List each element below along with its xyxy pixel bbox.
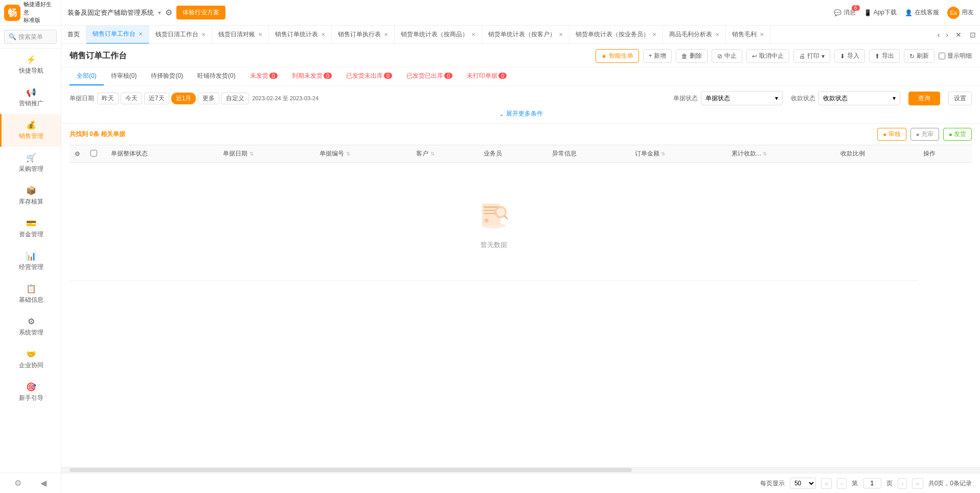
import-btn[interactable]: ⬇ 导入 [834, 49, 865, 63]
bottom-scroll[interactable] [61, 467, 980, 473]
tabs-expand-btn[interactable]: ⊡ [966, 29, 980, 41]
tab-cash-reconcile[interactable]: 钱货日清对账 ✕ [212, 26, 269, 44]
collected-sort-icon[interactable]: ⇅ [763, 151, 767, 156]
tab-close-sales-stat[interactable]: ✕ [321, 32, 325, 37]
sidebar-item-marketing[interactable]: 📢 营销推广 [0, 81, 61, 114]
sidebar-item-system[interactable]: ⚙ 系统管理 [0, 310, 61, 343]
expand-more-btn[interactable]: ⌄ 展开更多条件 [499, 109, 543, 118]
select-all-checkbox[interactable] [90, 150, 97, 156]
smart-gen-btn[interactable]: ★ 智能生单 [596, 49, 639, 63]
sidebar-item-basic[interactable]: 📋 基础信息 [0, 278, 61, 310]
cancel-review-btn[interactable]: ● 充审 [910, 128, 939, 141]
date-more-btn[interactable]: 更多 [198, 93, 219, 104]
tab-close-cash-reconcile[interactable]: ✕ [258, 32, 262, 37]
th-collected[interactable]: 累计收款... ⇅ [726, 145, 835, 163]
sub-tab-shipped-not-out[interactable]: 已发货未出库0 [339, 68, 399, 85]
search-menu-button[interactable]: 🔍 搜索菜单 [4, 30, 57, 44]
tab-sales-exec[interactable]: 销售订单执行表 ✕ [332, 26, 395, 44]
ship-btn[interactable]: ● 发货 [943, 128, 972, 141]
tab-sales-profit[interactable]: 销售毛利 ✕ [726, 26, 770, 44]
tab-sales-sum-staff[interactable]: 销货单统计表（按业务员） ✕ [569, 26, 663, 44]
sidebar-item-purchase[interactable]: 🛒 采购管理 [0, 147, 61, 180]
status-select[interactable]: 单据状态 ▾ [701, 91, 783, 105]
tab-sales-sum-customer[interactable]: 销货单统计表（按客户） ✕ [482, 26, 569, 44]
date-yesterday-btn[interactable]: 昨天 [97, 93, 119, 104]
print-btn[interactable]: 🖨 打印 ▾ [793, 49, 830, 63]
number-sort-icon[interactable]: ⇅ [346, 151, 350, 156]
sub-tab-shipped-out[interactable]: 已发货已出库0 [399, 68, 460, 85]
tab-close-sales-sum-staff[interactable]: ✕ [652, 32, 656, 37]
tab-close-sales-exec[interactable]: ✕ [384, 32, 388, 37]
sidebar-item-operations[interactable]: 📊 经营管理 [0, 245, 61, 278]
sub-tab-expired-not-shipped[interactable]: 到期未发货0 [285, 68, 339, 85]
show-detail-checkbox[interactable]: 显示明细 [939, 52, 972, 60]
date-today-btn[interactable]: 今天 [121, 93, 142, 104]
sidebar-item-cooperation[interactable]: 🤝 企业协同 [0, 343, 61, 376]
th-customer[interactable]: 客户 ⇅ [411, 145, 478, 163]
industry-btn[interactable]: 体验行业方案 [176, 6, 225, 19]
tab-home[interactable]: 首页 [61, 26, 86, 44]
tabs-close-all-btn[interactable]: ✕ [951, 29, 966, 41]
tab-sales-sum-product[interactable]: 销货单统计表（按商品） ✕ [395, 26, 482, 44]
tab-close-gross-profit[interactable]: ✕ [715, 32, 719, 37]
tab-sales-stat[interactable]: 销售订单统计表 ✕ [269, 26, 332, 44]
sidebar-item-guide[interactable]: 🎯 新手引导 [0, 376, 61, 409]
review-btn[interactable]: ● 审核 [877, 128, 906, 141]
show-detail-input[interactable] [939, 53, 945, 59]
sub-tab-pending-check[interactable]: 待择验货(0) [144, 68, 190, 85]
th-date[interactable]: 单据日期 ⇅ [218, 145, 314, 163]
tab-close-sales-workbench[interactable]: ✕ [139, 31, 143, 37]
message-btn[interactable]: 💬 6 消息 [834, 8, 856, 17]
query-btn[interactable]: 查询 [908, 92, 940, 105]
sidebar-item-quick-nav[interactable]: ⚡ 快捷导航 [0, 49, 61, 81]
tabs-next-btn[interactable]: › [943, 29, 951, 41]
last-page-btn[interactable]: » [912, 478, 923, 489]
page-size-select[interactable]: 50 10 20 100 [790, 478, 816, 489]
th-number[interactable]: 单据编号 ⇅ [314, 145, 411, 163]
add-btn[interactable]: + 新增 [643, 49, 672, 63]
date-sort-icon[interactable]: ⇅ [249, 151, 254, 156]
tab-close-cash-daily[interactable]: ✕ [201, 32, 206, 37]
date-last1month-btn[interactable]: 近1月 [171, 93, 196, 104]
payment-select[interactable]: 收款状态 ▾ [818, 91, 900, 105]
date-custom-btn[interactable]: 自定义 [221, 93, 249, 104]
date-last7-btn[interactable]: 近7天 [144, 93, 169, 104]
app-download-btn[interactable]: 📱 App下载 [864, 8, 897, 17]
sidebar-item-sales[interactable]: 💰 销售管理 [0, 114, 61, 147]
sidebar-item-finance[interactable]: 💳 资金管理 [0, 212, 61, 245]
tab-gross-profit[interactable]: 商品毛利分析表 ✕ [663, 26, 726, 44]
next-page-btn[interactable]: › [898, 478, 907, 489]
sidebar-collapse-icon[interactable]: ◀ [40, 478, 47, 488]
refresh-btn[interactable]: ↻ 刷新 [904, 49, 935, 63]
delete-btn[interactable]: 🗑 删除 [676, 49, 708, 63]
stop-btn[interactable]: ⊘ 中止 [712, 49, 742, 63]
sidebar-item-inventory[interactable]: 📦 库存核算 [0, 180, 61, 212]
prev-page-btn[interactable]: ‹ [837, 478, 846, 489]
filter-settings-btn[interactable]: 设置 [948, 92, 972, 105]
sub-tab-not-shipped[interactable]: 未发货0 [243, 68, 285, 85]
tab-sales-workbench[interactable]: 销售订单工作台 ✕ [86, 26, 149, 44]
amount-sort-icon[interactable]: ⇅ [661, 151, 665, 156]
tab-close-sales-sum-product[interactable]: ✕ [471, 32, 475, 37]
th-checkbox[interactable] [85, 145, 106, 163]
topbar-settings-icon[interactable]: ⚙ [165, 8, 172, 17]
tabs-prev-btn[interactable]: ‹ [935, 29, 943, 41]
user-menu[interactable]: Ea 用友 [947, 7, 974, 19]
export-btn[interactable]: ⬆ 导出 [869, 49, 900, 63]
first-page-btn[interactable]: « [821, 478, 832, 489]
sub-tab-pending-review[interactable]: 待审核(0) [104, 68, 144, 85]
th-settings[interactable]: ⚙ [70, 145, 85, 163]
online-service-btn[interactable]: 👤 在线客服 [905, 8, 939, 17]
th-amount[interactable]: 订单金额 ⇅ [630, 145, 726, 163]
sub-tab-not-printed[interactable]: 未打印单据0 [460, 68, 514, 85]
customer-sort-icon[interactable]: ⇅ [430, 151, 435, 156]
tab-close-sales-sum-customer[interactable]: ✕ [559, 32, 563, 37]
sub-tab-wangpu[interactable]: 旺铺待发货(0) [190, 68, 243, 85]
page-input[interactable] [863, 478, 881, 488]
cancel-stop-btn[interactable]: ↩ 取消中止 [746, 49, 789, 63]
system-dropdown-icon[interactable]: ▾ [158, 9, 161, 16]
tab-close-sales-profit[interactable]: ✕ [760, 32, 764, 37]
sub-tab-all[interactable]: 全部(0) [70, 68, 104, 85]
scroll-track[interactable] [70, 468, 632, 472]
tab-cash-daily[interactable]: 钱货日清工作台 ✕ [149, 26, 212, 44]
